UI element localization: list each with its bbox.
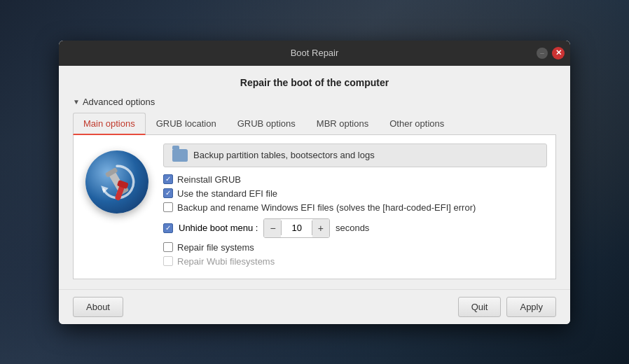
main-options-layout: Backup partition tables, bootsectors and… <box>82 144 547 270</box>
reinstall-grub-row[interactable]: Reinstall GRUB <box>163 174 547 185</box>
backup-windows-efi-row[interactable]: Backup and rename Windows EFI files (sol… <box>163 202 547 213</box>
seconds-value: 10 <box>281 220 312 235</box>
backup-bar: Backup partition tables, bootsectors and… <box>163 144 547 167</box>
standard-efi-row[interactable]: Use the standard EFI file <box>163 188 547 199</box>
tab-main-options[interactable]: Main options <box>73 113 146 135</box>
advanced-options-toggle[interactable]: ▼ Advanced options <box>73 97 556 107</box>
standard-efi-label: Use the standard EFI file <box>177 188 277 199</box>
tab-other-options[interactable]: Other options <box>379 113 455 135</box>
reinstall-grub-checkbox[interactable] <box>163 174 173 184</box>
backup-bar-text: Backup partition tables, bootsectors and… <box>193 150 375 160</box>
footer-bar: About Quit Apply <box>59 289 570 324</box>
unhide-boot-menu-row: Unhide boot menu : − 10 + seconds <box>163 218 547 238</box>
repair-wubi-label: Repair Wubi filesystems <box>177 256 275 267</box>
tabs-bar: Main options GRUB location GRUB options … <box>73 113 556 135</box>
window-heading: Repair the boot of the computer <box>73 77 556 88</box>
minimize-button[interactable]: – <box>537 48 548 59</box>
tab-content-main: Backup partition tables, bootsectors and… <box>73 135 556 279</box>
advanced-options-label: Advanced options <box>83 97 155 107</box>
titlebar-controls: – ✕ <box>537 47 565 59</box>
reinstall-grub-label: Reinstall GRUB <box>177 174 241 185</box>
standard-efi-checkbox[interactable] <box>163 188 173 198</box>
minus-button[interactable]: − <box>264 219 281 237</box>
seconds-input-group: − 10 + <box>263 218 329 238</box>
backup-windows-efi-label: Backup and rename Windows EFI files (sol… <box>177 202 476 213</box>
repair-wubi-checkbox <box>163 256 173 266</box>
arrow-icon: ▼ <box>73 98 80 106</box>
boot-repair-window: Boot Repair – ✕ Repair the boot of the c… <box>59 41 570 324</box>
tab-grub-options[interactable]: GRUB options <box>227 113 306 135</box>
window-body: Repair the boot of the computer ▼ Advanc… <box>59 66 570 289</box>
repair-fs-label: Repair file systems <box>177 242 254 253</box>
repair-fs-row[interactable]: Repair file systems <box>163 242 547 253</box>
folder-icon <box>172 149 188 162</box>
seconds-label: seconds <box>336 223 369 233</box>
window-title: Boot Repair <box>291 48 339 58</box>
logo-area <box>82 144 152 214</box>
backup-windows-efi-checkbox[interactable] <box>163 202 173 212</box>
repair-fs-checkbox[interactable] <box>163 242 173 252</box>
plus-button[interactable]: + <box>312 219 329 237</box>
about-button[interactable]: About <box>73 297 123 317</box>
unhide-boot-menu-checkbox[interactable] <box>163 223 173 233</box>
apply-button[interactable]: Apply <box>506 297 556 317</box>
footer-right: Quit Apply <box>458 297 556 317</box>
repair-wubi-row: Repair Wubi filesystems <box>163 256 547 267</box>
options-area: Backup partition tables, bootsectors and… <box>163 144 547 270</box>
unhide-boot-menu-label: Unhide boot menu : <box>179 223 258 233</box>
logo-svg <box>92 158 141 206</box>
tab-mbr-options[interactable]: MBR options <box>306 113 379 135</box>
logo-circle <box>85 150 148 214</box>
quit-button[interactable]: Quit <box>458 297 502 317</box>
tab-grub-location[interactable]: GRUB location <box>146 113 227 135</box>
titlebar: Boot Repair – ✕ <box>59 41 570 66</box>
close-button[interactable]: ✕ <box>552 47 565 59</box>
